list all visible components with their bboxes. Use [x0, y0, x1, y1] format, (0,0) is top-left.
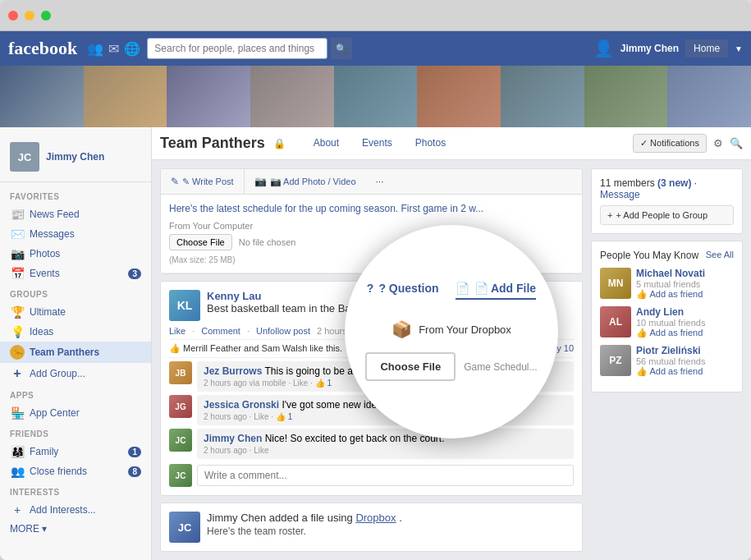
- cover-5: [334, 66, 418, 127]
- ultimate-icon: 🏆: [10, 305, 25, 319]
- cover-1: [0, 66, 84, 127]
- sidebar-item-team-panthers[interactable]: 🐆 Team Panthers: [0, 342, 151, 363]
- add-people-label: + Add People to Group: [616, 210, 707, 220]
- group-header: Team Panthers 🔒 About Events Photos ✓ No…: [152, 127, 751, 160]
- sidebar-section-apps: APPS: [0, 384, 151, 403]
- browser-chrome: [0, 0, 751, 31]
- announce-text: Here's the latest schedule for the up: [169, 203, 327, 214]
- sidebar-item-ideas[interactable]: 💡 Ideas: [0, 322, 151, 342]
- jessica-name[interactable]: Jessica Gronski: [204, 399, 279, 411]
- sidebar-item-more[interactable]: MORE ▾: [0, 520, 151, 538]
- kenny-avatar: KL: [169, 290, 200, 321]
- home-chevron-icon[interactable]: ▼: [735, 44, 743, 53]
- sidebar-user-name[interactable]: Jimmy Chen: [46, 151, 104, 163]
- post-announce: Here's the latest schedule for the up co…: [169, 203, 574, 214]
- thumbs-up-icon: 👍: [169, 343, 183, 353]
- sidebar-label-ideas: Ideas: [30, 326, 53, 337]
- dot-yellow[interactable]: [25, 11, 34, 21]
- tab-add-photo[interactable]: 📷 📷 Add Photo / Video: [245, 169, 366, 194]
- add-interests-icon: +: [10, 503, 25, 516]
- facebook-navbar: facebook 👥 ✉ 🌐 🔍 👤 Jimmy Chen Home ▼: [0, 31, 751, 66]
- see-all-link[interactable]: See All: [706, 250, 734, 261]
- close-friends-icon: 👥: [10, 465, 25, 478]
- jez-like-link[interactable]: Like: [293, 379, 308, 388]
- dropbox-text-prefix: Jimmy Chen added a file using: [207, 512, 355, 524]
- dot-red[interactable]: [8, 11, 18, 21]
- events-badge: 3: [128, 269, 141, 279]
- search-input[interactable]: [147, 38, 327, 59]
- cover-strip: [0, 66, 751, 127]
- piotr-name[interactable]: Piotr Zieliński: [636, 345, 734, 356]
- dropbox-label: From Your Dropbox: [419, 324, 511, 336]
- ideas-icon: 💡: [10, 325, 25, 338]
- sidebar-item-photos[interactable]: 📷 Photos: [0, 244, 151, 264]
- piotr-avatar: PZ: [600, 345, 631, 376]
- dropbox-link[interactable]: Dropbox: [355, 512, 396, 524]
- comment-input-row: JC: [169, 464, 574, 487]
- andy-mutual: 10 mutual friends: [636, 318, 734, 328]
- andy-info: Andy Lien 10 mutual friends 👍 Add as fri…: [636, 306, 734, 338]
- dropbox-post: JC Jimmy Chen added a file using Dropbox…: [160, 503, 583, 552]
- choose-file-button-small[interactable]: Choose File: [169, 234, 232, 250]
- popup-tab-question[interactable]: ? ? Question: [367, 282, 439, 300]
- kenny-unfollow-link[interactable]: Unfollow post: [256, 326, 310, 336]
- app-center-icon: 🏪: [10, 406, 25, 420]
- andy-add-friend[interactable]: 👍 Add as friend: [636, 328, 734, 338]
- write-post-icon: ✎: [171, 176, 179, 187]
- cover-3: [167, 66, 250, 127]
- michael-name[interactable]: Michael Novati: [636, 268, 734, 279]
- andy-name[interactable]: Andy Lien: [636, 306, 734, 318]
- dot-green[interactable]: [41, 11, 51, 21]
- jez-likes-count: 👍 1: [315, 379, 332, 388]
- jimmy-meta: 2 hours ago · Like: [204, 446, 567, 455]
- jez-name[interactable]: Jez Burrows: [204, 365, 262, 377]
- new-members-badge: (3 new): [657, 177, 691, 189]
- members-title: 11 members (3 new) · Message: [600, 177, 734, 200]
- sidebar-user-avatar: JC: [10, 142, 39, 172]
- tab-more-options[interactable]: ···: [366, 169, 394, 194]
- group-tabs: About Events Photos: [302, 129, 457, 158]
- tab-write-post[interactable]: ✎ ✎ Write Post: [161, 169, 245, 194]
- more-icon: ···: [376, 176, 384, 187]
- sidebar-item-add-group[interactable]: + Add Group...: [0, 363, 151, 384]
- jessica-like-link[interactable]: Like: [254, 412, 268, 421]
- jimmy-like-link[interactable]: Like: [254, 446, 268, 455]
- tab-events[interactable]: Events: [350, 129, 404, 158]
- michael-add-friend[interactable]: 👍 Add as friend: [636, 289, 734, 300]
- sidebar-item-newsfeed[interactable]: 📰 News Feed: [0, 204, 151, 224]
- popup-tab-add-file[interactable]: 📄 📄 Add File: [456, 282, 537, 300]
- group-search-icon[interactable]: 🔍: [730, 137, 743, 149]
- piotr-add-friend[interactable]: 👍 Add as friend: [636, 366, 734, 377]
- messages-icon[interactable]: ✉: [108, 41, 119, 57]
- sidebar-item-events[interactable]: 📅 Events 3: [0, 264, 151, 283]
- comment-jimmy: JC Jimmy Chen Nice! So excited to get ba…: [169, 429, 574, 459]
- announce-link[interactable]: coming season. First game in 2 w...: [329, 203, 483, 214]
- kenny-like-link[interactable]: Like: [169, 326, 185, 336]
- add-people-button[interactable]: + + Add People to Group: [600, 205, 734, 225]
- michael-info: Michael Novati 5 mutual friends 👍 Add as…: [636, 268, 734, 300]
- sidebar-item-close-friends[interactable]: 👥 Close friends 8: [0, 461, 151, 481]
- dropbox-logo-icon: 📦: [392, 319, 412, 339]
- sidebar-item-add-interests[interactable]: + Add Interests...: [0, 500, 151, 520]
- settings-icon[interactable]: ⚙: [713, 137, 723, 149]
- tab-photos[interactable]: Photos: [404, 129, 457, 158]
- message-link[interactable]: Message: [600, 189, 640, 200]
- choose-file-button[interactable]: Choose File: [365, 352, 456, 381]
- andy-avatar: AL: [600, 306, 631, 337]
- sidebar-item-messages[interactable]: ✉️ Messages: [0, 224, 151, 244]
- home-button[interactable]: Home: [685, 39, 728, 57]
- notifications-button[interactable]: ✓ Notifications: [633, 134, 707, 153]
- members-box: 11 members (3 new) · Message + + Add Peo…: [591, 168, 743, 234]
- cover-8: [584, 66, 668, 127]
- jimmy-comment-name[interactable]: Jimmy Chen: [204, 433, 262, 444]
- sidebar-item-app-center[interactable]: 🏪 App Center: [0, 403, 151, 423]
- notifications-icon[interactable]: 🌐: [124, 41, 140, 57]
- kenny-comment-link[interactable]: Comment: [201, 326, 240, 336]
- jessica-likes-count: 👍 1: [276, 412, 292, 421]
- comment-text-input[interactable]: [197, 465, 574, 486]
- search-button[interactable]: 🔍: [331, 38, 352, 59]
- sidebar-item-family[interactable]: 👨‍👩‍👧 Family 1: [0, 442, 151, 461]
- sidebar-item-ultimate[interactable]: 🏆 Ultimate: [0, 302, 151, 322]
- tab-about[interactable]: About: [302, 129, 350, 158]
- friends-icon[interactable]: 👥: [87, 41, 103, 57]
